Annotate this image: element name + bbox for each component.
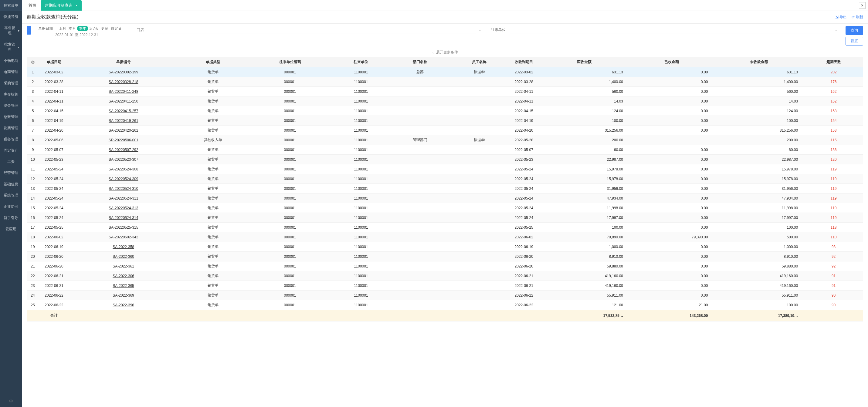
doc-link[interactable]: SA-2022-396 [113, 303, 134, 307]
date-shortcut-更多[interactable]: 更多 [100, 26, 110, 31]
table-row[interactable]: 182022-06-02SA-20220602-342销货单0000011100… [27, 232, 863, 242]
partner-input[interactable] [510, 26, 830, 33]
close-icon[interactable]: × [75, 4, 78, 7]
sidebar-item-16[interactable]: 系统管理 [0, 190, 22, 201]
col-doc-no[interactable]: 单据编号 [69, 57, 178, 67]
col-rec[interactable]: 已收金额 [629, 57, 714, 67]
store-picker-button[interactable]: … [478, 28, 484, 32]
settings-gear[interactable]: ⚙ [0, 395, 22, 407]
sidebar-item-5[interactable]: 电商管理 [0, 66, 22, 78]
table-row[interactable]: 122022-05-24SA-20220524-309销货单0000011100… [27, 174, 863, 184]
table-row[interactable]: 152022-05-24SA-20220524-313销货单0000011100… [27, 203, 863, 213]
doc-link[interactable]: SA-2022-360 [113, 255, 134, 259]
col-due[interactable]: 收款到期日 [509, 57, 539, 67]
table-row[interactable]: 252022-06-22SA-2022-396销货单00000111000012… [27, 300, 863, 310]
table-row[interactable]: 102022-05-23SA-20220523-307销货单0000011100… [27, 155, 863, 164]
expand-filters-button[interactable]: ⌄ 展开更多条件 [22, 48, 868, 57]
doc-link[interactable]: SA-2022-306 [113, 274, 134, 278]
sidebar-item-17[interactable]: 企业协同 [0, 201, 22, 212]
doc-link[interactable]: SA-20220524-311 [108, 196, 138, 200]
search-button[interactable]: 查询 [845, 26, 863, 35]
table-row[interactable]: 232022-06-21SA-2022-365销货单00000111000012… [27, 281, 863, 291]
data-table-wrap[interactable]: ⚙ 单据日期 单据编号 单据类型 往来单位编码 往来单位 部门名称 员工名称 收… [22, 57, 868, 407]
table-row[interactable]: 172022-05-25SA-20220525-315销货单0000011100… [27, 223, 863, 232]
sidebar-item-15[interactable]: 基础信息 [0, 179, 22, 190]
doc-link[interactable]: SA-20220411-250 [108, 99, 138, 103]
table-row[interactable]: 82022-05-06SR-20220506-001其他收入单000001110… [27, 135, 863, 145]
date-shortcut-自定义[interactable]: 自定义 [110, 26, 123, 31]
refresh-button[interactable]: ⟳ 刷新 [851, 14, 863, 20]
sidebar-item-0[interactable]: 搜索菜单 [0, 0, 22, 11]
doc-link[interactable]: SA-20220524-314 [108, 216, 138, 220]
table-row[interactable]: 32022-04-11SA-20220411-248销货单00000111000… [27, 87, 863, 96]
sidebar-item-14[interactable]: 经营管理 [0, 167, 22, 179]
store-input[interactable] [155, 26, 476, 33]
export-button[interactable]: ⇲ 导出 [835, 14, 847, 20]
doc-link[interactable]: SA-20220524-310 [108, 186, 138, 191]
sidebar-item-10[interactable]: 发票管理 [0, 123, 22, 134]
sidebar-item-1[interactable]: 快捷导航 [0, 11, 22, 23]
sidebar-item-19[interactable]: 云应用 [0, 224, 22, 235]
sidebar-item-12[interactable]: 固定资产 [0, 145, 22, 156]
table-row[interactable]: 202022-06-20SA-2022-360销货单00000111000012… [27, 252, 863, 262]
sidebar-item-13[interactable]: 工资 [0, 156, 22, 167]
tab-overdue-query[interactable]: 超期应收款查询 × [41, 0, 82, 11]
sidebar-item-9[interactable]: 总账管理 [0, 111, 22, 123]
date-shortcut-上月[interactable]: 上月 [58, 26, 67, 31]
date-shortcut-本年[interactable]: 本年 [77, 26, 88, 31]
col-partner[interactable]: 往来单位 [332, 57, 391, 67]
doc-link[interactable]: SA-20220602-342 [108, 235, 138, 239]
table-row[interactable]: 142022-05-24SA-20220524-311销货单0000011100… [27, 194, 863, 203]
col-ar[interactable]: 应收金额 [539, 57, 629, 67]
sidebar-item-3[interactable]: 批发管理▾ [0, 39, 22, 55]
sidebar-item-7[interactable]: 库存核算 [0, 89, 22, 100]
collapse-filter-button[interactable]: › [27, 26, 31, 35]
col-gear[interactable]: ⚙ [27, 57, 39, 67]
table-row[interactable]: 62022-04-19SA-20220419-261销货单00000111000… [27, 116, 863, 126]
close-all-tabs-button[interactable]: × [859, 2, 866, 9]
doc-link[interactable]: SA-20220328-218 [108, 80, 138, 84]
col-dept[interactable]: 部门名称 [391, 57, 450, 67]
doc-link[interactable]: SA-2022-361 [113, 264, 134, 268]
table-row[interactable]: 42022-04-11SA-20220411-250销货单00000111000… [27, 96, 863, 106]
col-doc-type[interactable]: 单据类型 [178, 57, 249, 67]
sidebar-item-11[interactable]: 税务管理 [0, 134, 22, 145]
doc-link[interactable]: SA-20220420-262 [108, 128, 138, 133]
col-days[interactable]: 超期天数 [804, 57, 863, 67]
doc-link[interactable]: SA-2022-365 [113, 283, 134, 288]
doc-link[interactable]: SA-20220524-308 [108, 167, 138, 171]
sidebar-item-4[interactable]: 小畅电商 [0, 55, 22, 66]
settings-button[interactable]: 设置 [845, 37, 863, 45]
table-row[interactable]: 192022-06-19SA-2022-358销货单00000111000012… [27, 242, 863, 252]
doc-link[interactable]: SA-20220302-199 [108, 70, 138, 74]
doc-link[interactable]: SA-20220525-315 [108, 225, 138, 230]
sidebar-item-18[interactable]: 新手引导 [0, 212, 22, 224]
table-row[interactable]: 222022-06-21SA-2022-306销货单00000111000012… [27, 271, 863, 281]
sidebar-item-6[interactable]: 采购管理 [0, 78, 22, 89]
doc-link[interactable]: SA-2022-369 [113, 293, 134, 298]
table-row[interactable]: 92022-05-07SA-20220507-292销货单00000111000… [27, 145, 863, 155]
col-emp[interactable]: 员工名称 [450, 57, 509, 67]
table-row[interactable]: 162022-05-24SA-20220524-314销货单0000011100… [27, 213, 863, 223]
doc-link[interactable]: SA-20220524-309 [108, 177, 138, 181]
col-unrec[interactable]: 未收款金额 [714, 57, 804, 67]
sidebar-item-8[interactable]: 资金管理 [0, 100, 22, 111]
doc-link[interactable]: SA-20220419-261 [108, 118, 138, 123]
table-row[interactable]: 242022-06-22SA-2022-369销货单00000111000012… [27, 291, 863, 300]
table-row[interactable]: 112022-05-24SA-20220524-308销货单0000011100… [27, 164, 863, 174]
col-partner-code[interactable]: 往来单位编码 [249, 57, 332, 67]
table-row[interactable]: 212022-06-20SA-2022-361销货单00000111000012… [27, 262, 863, 271]
partner-picker-button[interactable]: … [832, 28, 838, 32]
doc-link[interactable]: SA-20220507-292 [108, 148, 138, 152]
doc-link[interactable]: SR-20220506-001 [108, 138, 138, 142]
table-row[interactable]: 132022-05-24SA-20220524-310销货单0000011100… [27, 184, 863, 194]
doc-link[interactable]: SA-20220523-307 [108, 158, 138, 162]
doc-link[interactable]: SA-2022-358 [113, 245, 134, 249]
tab-home[interactable]: 首页 [24, 0, 41, 11]
table-row[interactable]: 22022-03-28SA-20220328-218销货单00000111000… [27, 77, 863, 87]
date-shortcut-本月[interactable]: 本月 [67, 26, 77, 31]
date-shortcut-近7天[interactable]: 近7天 [88, 26, 100, 31]
col-date[interactable]: 单据日期 [39, 57, 69, 67]
table-row[interactable]: 72022-04-20SA-20220420-262销货单00000111000… [27, 126, 863, 135]
doc-link[interactable]: SA-20220411-248 [108, 90, 138, 94]
